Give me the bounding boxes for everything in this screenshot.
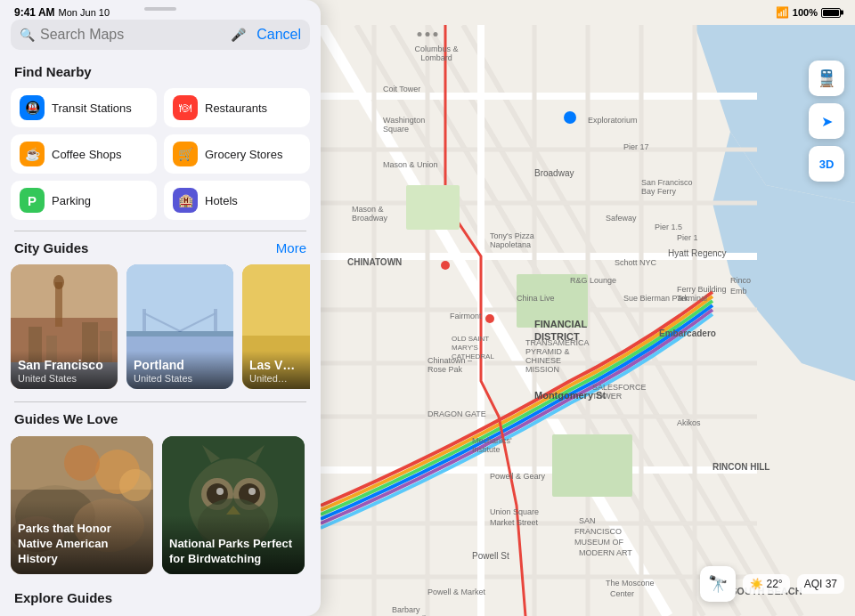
find-nearby-label: Find Nearby bbox=[14, 64, 306, 79]
svg-text:Embarcadero: Embarcadero bbox=[659, 328, 716, 338]
svg-text:SAN: SAN bbox=[579, 516, 596, 525]
temperature-badge: ☀️ 22° bbox=[743, 574, 790, 594]
svg-text:Broadway: Broadway bbox=[352, 214, 388, 223]
svg-text:RINCON HILL: RINCON HILL bbox=[712, 462, 770, 472]
aqi-badge: AQI 37 bbox=[797, 574, 844, 594]
svg-text:Schott NYC: Schott NYC bbox=[615, 258, 657, 267]
guides-we-love-header: Guides We Love bbox=[14, 411, 306, 427]
more-button[interactable]: More bbox=[276, 240, 306, 255]
svg-rect-111 bbox=[126, 264, 233, 331]
city-card-portland[interactable]: Portland United States bbox=[126, 264, 233, 389]
svg-point-98 bbox=[53, 275, 64, 289]
svg-text:Rose Pak: Rose Pak bbox=[428, 365, 463, 374]
svg-point-121 bbox=[119, 469, 151, 501]
map-dot bbox=[418, 32, 422, 36]
svg-text:Square: Square bbox=[383, 125, 409, 134]
svg-text:MUSEUM OF: MUSEUM OF bbox=[574, 538, 624, 547]
svg-text:TOWER: TOWER bbox=[592, 392, 623, 401]
city-card-lasvegas[interactable]: Las V… United… bbox=[242, 264, 310, 389]
guides-we-love-label: Guides We Love bbox=[14, 411, 118, 426]
svg-text:Market Street: Market Street bbox=[490, 518, 539, 527]
svg-text:CATHEDRAL: CATHEDRAL bbox=[452, 353, 494, 361]
nearby-grid: 🚇 Transit Stations 🍽 Restaurants ☕ Coffe… bbox=[11, 88, 310, 220]
nearby-hotels-label: Hotels bbox=[205, 194, 238, 207]
nearby-item-parking[interactable]: P Parking bbox=[11, 181, 157, 220]
svg-text:Barbary: Barbary bbox=[392, 605, 420, 614]
status-bar: 9:41 AM Mon Jun 10 📶 100% bbox=[0, 0, 855, 25]
nearby-item-hotels[interactable]: 🏨 Hotels bbox=[164, 181, 310, 220]
svg-text:CHINESE: CHINESE bbox=[525, 356, 561, 365]
sidebar-scroll-area[interactable]: Find Nearby 🚇 Transit Stations 🍽 Restaur… bbox=[0, 61, 321, 616]
search-input[interactable] bbox=[40, 27, 225, 43]
map-controls: 🚆 ➤ 3D bbox=[809, 61, 844, 182]
svg-text:Powell & Market: Powell & Market bbox=[428, 588, 486, 596]
explore-guides-label[interactable]: Explore Guides bbox=[14, 590, 112, 605]
svg-text:The Moscone: The Moscone bbox=[606, 579, 655, 588]
battery-icon bbox=[821, 8, 841, 18]
birdwatch-card-title: National Parks Perfect for Birdwatching bbox=[169, 537, 297, 567]
svg-rect-26 bbox=[406, 185, 460, 230]
svg-text:Pier 1: Pier 1 bbox=[677, 233, 698, 242]
wifi-icon: 📶 bbox=[776, 6, 789, 19]
city-guides-label: City Guides bbox=[14, 240, 88, 255]
nearby-item-restaurants[interactable]: 🍽 Restaurants bbox=[164, 88, 310, 127]
svg-rect-105 bbox=[126, 331, 233, 336]
nearby-grocery-label: Grocery Stores bbox=[205, 148, 282, 161]
transit-mode-button[interactable]: 🚆 bbox=[809, 61, 844, 96]
svg-text:MISSION: MISSION bbox=[525, 365, 559, 374]
svg-text:Powell St: Powell St bbox=[472, 551, 509, 561]
svg-text:SALESFORCE: SALESFORCE bbox=[592, 383, 647, 392]
svg-text:R&G Lounge: R&G Lounge bbox=[570, 276, 616, 285]
svg-point-129 bbox=[248, 488, 256, 495]
svg-text:CHINATOWN: CHINATOWN bbox=[347, 257, 402, 267]
grocery-icon: 🛒 bbox=[173, 142, 198, 166]
svg-text:DRAGON GATE: DRAGON GATE bbox=[428, 409, 486, 418]
love-card-birdwatch[interactable]: National Parks Perfect for Birdwatching bbox=[162, 436, 305, 574]
3d-button[interactable]: 3D bbox=[809, 146, 844, 182]
svg-text:Powell & Geary: Powell & Geary bbox=[490, 472, 546, 481]
cancel-button[interactable]: Cancel bbox=[256, 27, 301, 43]
sf-card-title: San Francisco bbox=[18, 358, 110, 373]
nearby-parking-label: Parking bbox=[52, 194, 91, 207]
portland-card-title: Portland bbox=[134, 358, 226, 373]
svg-text:Napoletana: Napoletana bbox=[490, 240, 531, 249]
svg-text:Columbus &: Columbus & bbox=[414, 45, 458, 53]
svg-text:Union Square: Union Square bbox=[490, 507, 539, 516]
nearby-item-coffee[interactable]: ☕ Coffee Shops bbox=[11, 134, 157, 174]
transit-icon: 🚇 bbox=[20, 95, 45, 120]
svg-text:Safeway: Safeway bbox=[606, 214, 637, 223]
love-card-parks[interactable]: Parks that Honor Native American History bbox=[11, 436, 153, 574]
svg-text:Mechanics': Mechanics' bbox=[472, 436, 512, 445]
coffee-icon: ☕ bbox=[20, 142, 45, 166]
svg-text:Fairmont: Fairmont bbox=[450, 312, 482, 320]
battery-label: 100% bbox=[793, 7, 818, 18]
map-bottom-controls: 🔭 ☀️ 22° AQI 37 bbox=[700, 566, 844, 602]
city-card-sf[interactable]: San Francisco United States bbox=[11, 264, 118, 389]
map-dot bbox=[434, 32, 438, 36]
map-dot bbox=[426, 32, 430, 36]
portland-card-overlay: Portland United States bbox=[126, 351, 233, 389]
svg-text:Bay Ferry: Bay Ferry bbox=[641, 187, 677, 196]
3d-label: 3D bbox=[819, 158, 835, 171]
lasvegas-card-overlay: Las V… United… bbox=[242, 351, 310, 389]
map-dots-indicator bbox=[418, 32, 438, 36]
status-right: 📶 100% bbox=[776, 6, 841, 19]
microphone-icon[interactable]: 🎤 bbox=[231, 28, 246, 42]
location-button[interactable]: ➤ bbox=[809, 103, 844, 139]
status-date: Mon Jun 10 bbox=[59, 7, 110, 18]
aqi-value: AQI 37 bbox=[804, 578, 837, 590]
divider-2 bbox=[14, 401, 306, 402]
sf-card-overlay: San Francisco United States bbox=[11, 351, 118, 389]
binoculars-button[interactable]: 🔭 bbox=[700, 566, 736, 602]
city-guides-header: City Guides More bbox=[14, 240, 306, 255]
sun-icon: ☀️ bbox=[750, 578, 763, 590]
nearby-item-transit[interactable]: 🚇 Transit Stations bbox=[11, 88, 157, 127]
svg-text:Hyatt Regency: Hyatt Regency bbox=[668, 248, 727, 258]
svg-text:Lombard: Lombard bbox=[420, 53, 452, 62]
svg-text:Exploratorium: Exploratorium bbox=[588, 116, 638, 125]
svg-text:FINANCIAL: FINANCIAL bbox=[534, 319, 588, 329]
explore-guides-footer: Explore Guides bbox=[0, 583, 321, 612]
status-time: 9:41 AM bbox=[14, 6, 55, 19]
nearby-item-grocery[interactable]: 🛒 Grocery Stores bbox=[164, 134, 310, 174]
svg-point-93 bbox=[441, 261, 450, 270]
